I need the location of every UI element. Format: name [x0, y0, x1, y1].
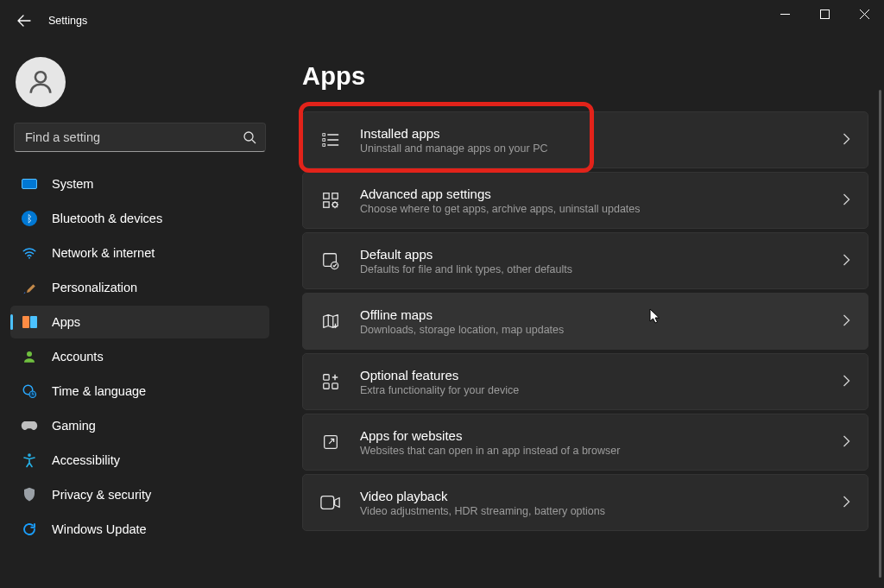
sidebar-item-label: Bluetooth & devices — [52, 212, 162, 225]
chevron-right-icon — [843, 496, 850, 510]
card-video-playback[interactable]: Video playback Video adjustments, HDR st… — [302, 474, 868, 531]
sidebar-item-accessibility[interactable]: Accessibility — [10, 444, 269, 477]
card-title: Video playback — [360, 489, 825, 503]
sidebar-item-label: Privacy & security — [52, 488, 151, 502]
sidebar-item-label: Network & internet — [52, 246, 155, 260]
svg-rect-21 — [321, 496, 334, 509]
sidebar-item-gaming[interactable]: Gaming — [10, 409, 269, 442]
vertical-scrollbar[interactable] — [879, 90, 881, 578]
svg-rect-17 — [324, 375, 329, 380]
svg-point-4 — [27, 351, 32, 357]
close-button[interactable] — [844, 0, 884, 28]
card-subtitle: Video adjustments, HDR streaming, batter… — [360, 505, 825, 517]
card-subtitle: Defaults for file and link types, other … — [360, 263, 825, 275]
card-subtitle: Websites that can open in an app instead… — [360, 445, 825, 457]
svg-rect-18 — [324, 383, 329, 389]
maximize-icon — [820, 9, 830, 19]
gear-apps-icon — [319, 188, 343, 212]
sidebar-item-time[interactable]: Time & language — [10, 375, 269, 408]
sidebar-item-personalization[interactable]: Personalization — [10, 271, 269, 304]
card-title: Advanced app settings — [360, 187, 825, 201]
sidebar: System ᛒ Bluetooth & devices Network & i… — [0, 41, 276, 588]
chevron-right-icon — [843, 314, 850, 329]
sidebar-item-label: Accounts — [52, 350, 104, 364]
card-title: Installed apps — [360, 126, 825, 141]
chevron-right-icon — [843, 435, 850, 450]
chevron-right-icon — [843, 375, 850, 389]
card-subtitle: Choose where to get apps, archive apps, … — [360, 203, 825, 215]
card-subtitle: Uninstall and manage apps on your PC — [360, 142, 825, 155]
sidebar-item-label: Time & language — [52, 384, 146, 398]
svg-point-3 — [28, 257, 30, 259]
default-apps-icon — [319, 249, 343, 273]
card-default-apps[interactable]: Default apps Defaults for file and link … — [302, 232, 868, 289]
svg-rect-8 — [323, 134, 325, 136]
sidebar-item-label: Apps — [52, 315, 80, 329]
svg-rect-19 — [332, 383, 338, 389]
svg-point-7 — [28, 453, 31, 457]
card-optional-features[interactable]: Optional features Extra functionality fo… — [302, 353, 868, 410]
sidebar-item-network[interactable]: Network & internet — [10, 237, 269, 269]
svg-rect-11 — [324, 193, 329, 199]
close-icon — [860, 9, 869, 19]
sidebar-item-apps[interactable]: Apps — [10, 306, 269, 338]
bluetooth-icon: ᛒ — [21, 210, 38, 227]
window-title: Settings — [48, 15, 87, 27]
svg-point-2 — [244, 132, 253, 141]
sidebar-item-bluetooth[interactable]: ᛒ Bluetooth & devices — [10, 202, 269, 235]
sidebar-item-privacy[interactable]: Privacy & security — [10, 478, 269, 511]
card-title: Default apps — [360, 247, 825, 262]
arrow-left-icon — [17, 14, 31, 28]
card-subtitle: Extra functionality for your device — [360, 384, 825, 396]
chevron-right-icon — [843, 133, 850, 148]
open-external-icon — [319, 430, 343, 454]
titlebar: Settings — [0, 0, 884, 41]
minimize-button[interactable] — [765, 0, 805, 28]
svg-rect-12 — [332, 193, 338, 199]
optional-features-icon — [319, 370, 343, 394]
svg-rect-9 — [323, 139, 325, 142]
accounts-icon — [21, 348, 38, 365]
back-button[interactable] — [16, 12, 33, 29]
sidebar-item-accounts[interactable]: Accounts — [10, 340, 269, 373]
sidebar-item-label: Accessibility — [52, 453, 120, 467]
sidebar-item-system[interactable]: System — [10, 168, 269, 200]
update-icon — [21, 521, 38, 538]
svg-point-1 — [35, 72, 46, 82]
user-block[interactable] — [10, 52, 269, 123]
sidebar-nav: System ᛒ Bluetooth & devices Network & i… — [10, 164, 269, 546]
sidebar-item-label: System — [52, 177, 93, 191]
settings-cards: Installed apps Uninstall and manage apps… — [302, 111, 868, 531]
sidebar-item-update[interactable]: Windows Update — [10, 513, 269, 546]
search-icon — [243, 130, 256, 144]
card-installed-apps[interactable]: Installed apps Uninstall and manage apps… — [302, 111, 868, 168]
list-icon — [319, 128, 343, 152]
gamepad-icon — [21, 417, 38, 434]
shield-icon — [21, 486, 38, 503]
maximize-button[interactable] — [805, 0, 844, 28]
search-input[interactable] — [25, 130, 243, 144]
person-icon — [26, 67, 55, 97]
sidebar-item-label: Windows Update — [52, 522, 147, 536]
content-area: Apps Installed apps Uninstall and manage… — [276, 41, 884, 588]
search-box[interactable] — [14, 123, 266, 152]
page-title: Apps — [302, 62, 868, 91]
video-icon — [319, 490, 343, 515]
chevron-right-icon — [843, 254, 850, 269]
wifi-icon — [21, 244, 38, 262]
accessibility-icon — [21, 452, 38, 469]
svg-rect-13 — [324, 202, 329, 207]
svg-rect-0 — [820, 9, 829, 18]
chevron-right-icon — [843, 193, 850, 208]
card-advanced-settings[interactable]: Advanced app settings Choose where to ge… — [302, 172, 868, 229]
sidebar-item-label: Personalization — [52, 281, 137, 294]
minimize-icon — [780, 9, 790, 19]
card-title: Optional features — [360, 368, 825, 383]
window-controls — [765, 0, 884, 28]
paintbrush-icon — [21, 279, 38, 296]
system-icon — [21, 175, 38, 193]
globe-clock-icon — [21, 383, 38, 400]
sidebar-item-label: Gaming — [52, 419, 96, 433]
card-offline-maps[interactable]: Offline maps Downloads, storage location… — [302, 293, 868, 350]
card-apps-for-websites[interactable]: Apps for websites Websites that can open… — [302, 414, 868, 471]
